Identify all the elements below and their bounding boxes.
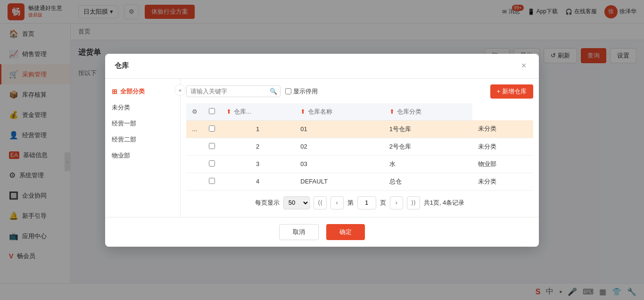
page-first-button[interactable]: ⟨⟨: [314, 196, 327, 209]
page-number-input[interactable]: [357, 196, 376, 209]
sort-icon-code: ⬆: [226, 108, 231, 115]
category-item-ops2[interactable]: 经营二部: [105, 132, 180, 148]
category-header-label: 全部分类: [120, 87, 145, 96]
row-index-4: 4: [221, 173, 295, 190]
table-header-row: ⚙ ⬆ 仓库...: [186, 103, 533, 121]
table-row[interactable]: ... 1 01 1号仓库 未分类: [186, 120, 533, 138]
page-label: 第: [347, 199, 354, 207]
modal-overlay[interactable]: 仓库 × ⊞ 全部分类 未分类 经营一部 经营二部 物业部 «: [0, 0, 644, 300]
page-suffix: 页: [380, 199, 386, 207]
show-disabled-text: 显示停用: [293, 87, 318, 96]
page-last-button[interactable]: ⟩⟩: [407, 196, 420, 209]
cancel-button[interactable]: 取消: [279, 224, 319, 240]
search-box: 🔍: [186, 85, 281, 97]
th-checkbox: [203, 103, 221, 121]
th-category-label: 仓库分类: [397, 108, 421, 116]
modal-footer: 取消 确定: [105, 217, 539, 247]
row-name-4: 总仓: [384, 173, 472, 190]
modal-body: ⊞ 全部分类 未分类 经营一部 经营二部 物业部 « 🔍: [105, 79, 539, 217]
search-input[interactable]: [190, 88, 270, 95]
row-code-2: 02: [295, 138, 383, 155]
pagination-bar: 每页显示 50 20 100 ⟨⟨ ‹ 第 页 › ⟩⟩ 共1页, 4条记录: [186, 191, 533, 211]
th-name: ⬆ 仓库名称: [295, 103, 383, 121]
table-row[interactable]: 2 02 2号仓库 未分类: [186, 138, 533, 155]
select-all-checkbox[interactable]: [209, 108, 215, 114]
row-index-3: 3: [221, 155, 295, 173]
modal-title: 仓库: [115, 61, 129, 70]
row-code-1: 01: [295, 120, 383, 138]
row-category-4: 未分类: [472, 173, 533, 190]
table-body: ... 1 01 1号仓库 未分类 2 02 2号仓库: [186, 120, 533, 190]
sort-icon-name: ⬆: [300, 108, 305, 115]
row-code-4: DEFAULT: [295, 173, 383, 190]
show-disabled-label[interactable]: 显示停用: [285, 87, 318, 96]
category-item-ops1[interactable]: 经营一部: [105, 116, 180, 132]
page-prev-button[interactable]: ‹: [330, 196, 344, 209]
settings-icon: ⚙: [192, 108, 198, 115]
table-row[interactable]: 3 03 水 物业部: [186, 155, 533, 173]
sort-icon-category: ⬆: [389, 108, 395, 115]
row-name-2: 2号仓库: [384, 138, 472, 155]
category-collapse-button[interactable]: «: [174, 84, 186, 96]
row-name-3: 水: [384, 155, 472, 173]
th-code-label: 仓库...: [234, 108, 251, 116]
row-gear-2: [186, 138, 203, 155]
th-category: ⬆ 仓库分类: [384, 103, 472, 121]
row-gear-3: [186, 155, 203, 173]
th-code: ⬆ 仓库...: [221, 103, 295, 121]
confirm-button[interactable]: 确定: [326, 224, 365, 240]
warehouse-modal: 仓库 × ⊞ 全部分类 未分类 经营一部 经营二部 物业部 «: [105, 54, 539, 247]
row-name-1: 1号仓库: [384, 120, 472, 138]
row-index-1: 1: [221, 120, 295, 138]
search-icon: 🔍: [270, 88, 277, 95]
modal-close-button[interactable]: ×: [518, 60, 529, 72]
category-item-unclassified[interactable]: 未分类: [105, 100, 180, 116]
row-category-2: 未分类: [472, 138, 533, 155]
warehouse-table: ⚙ ⬆ 仓库...: [186, 103, 533, 191]
modal-header: 仓库 ×: [105, 54, 539, 79]
table-row[interactable]: 4 DEFAULT 总仓 未分类: [186, 173, 533, 190]
per-page-label: 每页显示: [255, 199, 280, 207]
th-name-label: 仓库名称: [308, 108, 332, 116]
row-check-1[interactable]: [203, 120, 221, 138]
add-warehouse-button[interactable]: + 新增仓库: [490, 84, 534, 99]
row-check-2[interactable]: [203, 138, 221, 155]
show-disabled-checkbox[interactable]: [285, 88, 291, 94]
category-item-property[interactable]: 物业部: [105, 148, 180, 164]
per-page-select[interactable]: 50 20 100: [283, 196, 310, 209]
row-gear-1: ...: [186, 120, 203, 138]
row-check-4[interactable]: [203, 173, 221, 190]
page-next-button[interactable]: ›: [390, 196, 403, 209]
category-header[interactable]: ⊞ 全部分类: [105, 83, 180, 100]
row-code-3: 03: [295, 155, 383, 173]
row-category-1: 未分类: [472, 120, 533, 138]
grid-icon: ⊞: [112, 88, 117, 95]
th-gear: ⚙: [186, 103, 203, 121]
row-check-3[interactable]: [203, 155, 221, 173]
table-toolbar: 🔍 显示停用 + 新增仓库: [186, 84, 533, 99]
row-index-2: 2: [221, 138, 295, 155]
table-panel: 🔍 显示停用 + 新增仓库 ⚙: [181, 79, 539, 217]
row-category-3: 物业部: [472, 155, 533, 173]
category-panel: ⊞ 全部分类 未分类 经营一部 经营二部 物业部 «: [105, 79, 181, 217]
row-gear-4: [186, 173, 203, 190]
total-text: 共1页, 4条记录: [424, 199, 465, 207]
